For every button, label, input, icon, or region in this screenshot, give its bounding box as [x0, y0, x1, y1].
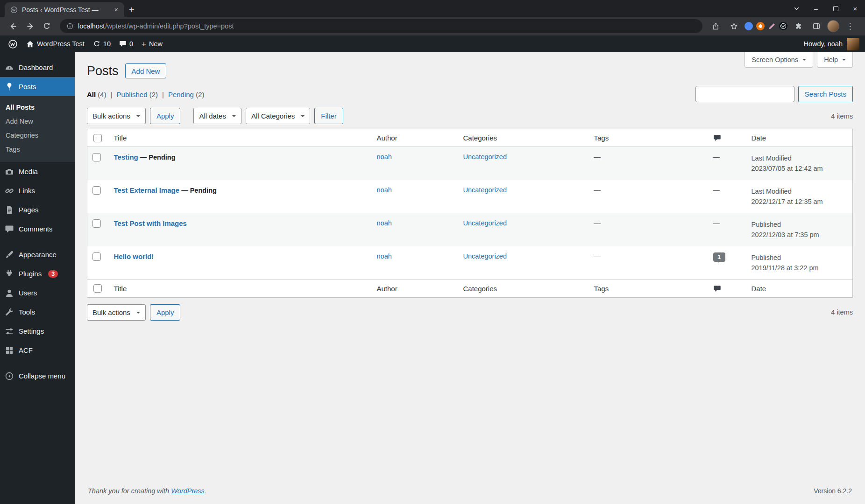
wp-admin-bar: WordPress Test 10 0 + New Howdy, noah — [0, 35, 865, 52]
view-all[interactable]: All (4) — [87, 91, 106, 98]
date-status: Last Modified — [752, 153, 848, 163]
add-new-button[interactable]: Add New — [125, 63, 167, 78]
comments-column-icon — [713, 285, 721, 293]
sidebar-item-acf[interactable]: ACF — [0, 341, 75, 360]
sidebar-item-pages[interactable]: Pages — [0, 200, 75, 219]
search-input[interactable] — [695, 86, 794, 102]
address-bar[interactable]: localhost/wptest/wp-admin/edit.php?post_… — [60, 19, 702, 33]
reload-button[interactable] — [39, 19, 54, 34]
browser-menu-kebab-icon[interactable]: ⋮ — [843, 19, 858, 34]
column-footer-date[interactable]: Date — [746, 280, 853, 297]
sidebar-item-label: Tools — [19, 308, 35, 316]
select-all-checkbox[interactable] — [93, 134, 102, 142]
sidebar-item-posts[interactable]: Posts — [0, 77, 75, 96]
view-label: All — [87, 91, 96, 98]
extensions-puzzle-icon[interactable] — [791, 19, 806, 34]
tab-title: Posts ‹ WordPress Test — — [22, 6, 108, 14]
bulk-actions-select-bottom[interactable]: Bulk actions — [87, 304, 146, 321]
bookmark-star-icon[interactable] — [726, 19, 741, 34]
column-header-author: Author — [372, 129, 458, 147]
comments-column-icon — [713, 134, 721, 142]
users-icon — [5, 288, 14, 298]
extension-blue-icon[interactable] — [744, 22, 753, 30]
apply-button-bottom[interactable]: Apply — [150, 304, 181, 321]
author-link[interactable]: noah — [377, 252, 392, 260]
sidebar-item-settings[interactable]: Settings — [0, 322, 75, 341]
wordpress-link[interactable]: WordPress — [171, 487, 205, 495]
submenu-item-categories[interactable]: Categories — [0, 128, 75, 142]
tab-search-chevron-icon[interactable] — [787, 0, 806, 17]
select-all-checkbox[interactable] — [93, 284, 102, 293]
submenu-item-add-new[interactable]: Add New — [0, 114, 75, 128]
sidebar-item-plugins[interactable]: Plugins3 — [0, 264, 75, 283]
minimize-button[interactable]: – — [806, 0, 826, 17]
site-info-icon[interactable] — [66, 22, 74, 30]
view-published[interactable]: Published (2) — [117, 91, 158, 98]
screen-meta-links: Screen Options Help — [744, 52, 853, 68]
sidebar-item-dashboard[interactable]: Dashboard — [0, 58, 75, 77]
extension-pencil-icon[interactable] — [768, 22, 776, 30]
search-posts-button[interactable]: Search Posts — [798, 86, 853, 102]
sidebar-item-tools[interactable]: Tools — [0, 302, 75, 322]
wp-logo-icon[interactable] — [4, 35, 22, 52]
submenu-item-tags[interactable]: Tags — [0, 142, 75, 156]
category-link[interactable]: Uncategorized — [463, 219, 507, 227]
url-path: /wptest/wp-admin/edit.php?post_type=post — [105, 22, 234, 30]
side-panel-icon[interactable] — [809, 19, 824, 34]
collapse-menu-button[interactable]: Collapse menu — [0, 366, 75, 385]
site-name-menu[interactable]: WordPress Test — [22, 35, 89, 52]
sidebar-item-comments[interactable]: Comments — [0, 219, 75, 238]
back-button[interactable] — [6, 19, 21, 34]
categories-filter-select[interactable]: All Categories — [246, 108, 310, 124]
extension-orange-icon[interactable] — [756, 22, 765, 30]
comment-count-badge[interactable]: 1 — [713, 252, 725, 262]
browser-tab[interactable]: Posts ‹ WordPress Test — × — [5, 2, 124, 17]
view-label[interactable]: Published — [117, 91, 148, 98]
column-header-date[interactable]: Date — [746, 129, 853, 147]
table-row: Testing — Pending noah Uncategorized — —… — [87, 147, 853, 180]
comments-menu[interactable]: 0 — [115, 35, 137, 52]
new-content-menu[interactable]: + New — [137, 35, 167, 52]
filter-button[interactable]: Filter — [314, 108, 343, 124]
post-title-link[interactable]: Hello world! — [114, 252, 154, 260]
dates-filter-select[interactable]: All dates — [193, 108, 241, 124]
row-checkbox[interactable] — [92, 186, 101, 195]
screen-options-button[interactable]: Screen Options — [744, 52, 813, 68]
share-icon[interactable] — [708, 19, 723, 34]
help-button[interactable]: Help — [817, 52, 853, 68]
tab-close-icon[interactable]: × — [112, 6, 121, 14]
author-link[interactable]: noah — [377, 219, 392, 227]
row-checkbox[interactable] — [92, 252, 101, 261]
browser-profile-avatar[interactable] — [827, 20, 839, 32]
maximize-button[interactable] — [826, 0, 845, 17]
plus-icon: + — [142, 40, 146, 48]
post-title-link[interactable]: Testing — [114, 153, 138, 161]
my-account-menu[interactable]: Howdy, noah — [803, 38, 859, 50]
post-title-link[interactable]: Test Post with Images — [114, 219, 187, 227]
posts-pin-icon — [5, 82, 14, 91]
view-pending[interactable]: Pending (2) — [168, 91, 205, 98]
sidebar-item-users[interactable]: Users — [0, 283, 75, 302]
post-title-link[interactable]: Test External Image — [114, 186, 180, 194]
new-tab-button[interactable]: + — [124, 2, 139, 17]
sidebar-item-links[interactable]: Links — [0, 181, 75, 200]
updates-menu[interactable]: 10 — [89, 35, 115, 52]
sidebar-item-media[interactable]: Media — [0, 162, 75, 181]
forward-button[interactable] — [22, 19, 37, 34]
submenu-item-all-posts[interactable]: All Posts — [0, 100, 75, 114]
category-link[interactable]: Uncategorized — [463, 153, 507, 161]
apply-button[interactable]: Apply — [150, 108, 181, 124]
sidebar-item-appearance[interactable]: Appearance — [0, 245, 75, 264]
author-link[interactable]: noah — [377, 153, 392, 161]
category-link[interactable]: Uncategorized — [463, 186, 507, 194]
column-header-title[interactable]: Title — [109, 129, 372, 147]
row-checkbox[interactable] — [92, 153, 101, 161]
author-link[interactable]: noah — [377, 186, 392, 194]
row-checkbox[interactable] — [92, 219, 101, 228]
extension-wordpress-icon[interactable] — [779, 22, 787, 30]
category-link[interactable]: Uncategorized — [463, 252, 507, 260]
view-label[interactable]: Pending — [168, 91, 194, 98]
close-window-button[interactable]: × — [845, 0, 865, 17]
column-footer-title[interactable]: Title — [109, 280, 372, 297]
bulk-actions-select[interactable]: Bulk actions — [87, 108, 146, 124]
